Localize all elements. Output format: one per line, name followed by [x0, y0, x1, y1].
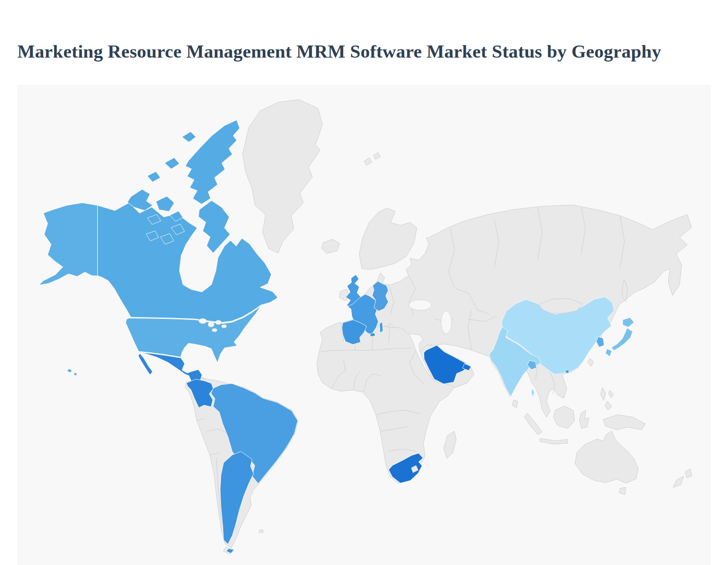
lake-huron: [215, 320, 221, 325]
country-andaman-islands[interactable]: [531, 388, 534, 397]
landmass-tasmania: [619, 487, 626, 495]
lake-superior: [199, 318, 207, 324]
country-canada[interactable]: [98, 203, 278, 322]
world-map-panel: [17, 85, 711, 565]
gray-landmasses: [185, 100, 692, 554]
landmass-greenland: [243, 100, 322, 253]
landmass-borneo: [553, 406, 575, 429]
landmass-australia: [575, 431, 638, 483]
landmass-falklands: [259, 529, 263, 533]
landmass-scandinavia: [359, 208, 417, 270]
lake-ontario: [221, 325, 227, 328]
country-mexico[interactable]: [138, 352, 202, 383]
landmass-taiwan: [588, 358, 594, 367]
caspian-sea: [441, 311, 452, 334]
landmass-iceland: [322, 239, 340, 253]
country-balearic-islands[interactable]: [370, 333, 375, 337]
landmass-madagascar: [444, 431, 456, 458]
world-map: [17, 85, 711, 565]
landmass-philippines: [601, 387, 614, 410]
country-corsica[interactable]: [380, 322, 383, 333]
country-usa-alaska[interactable]: [39, 203, 98, 285]
lake-erie: [212, 328, 217, 332]
landmass-new-zealand: [673, 469, 692, 487]
page-title: Marketing Resource Management MRM Softwa…: [17, 40, 693, 63]
lake-michigan: [208, 322, 214, 327]
landmass-sumatra: [524, 413, 542, 435]
landmass-sulawesi: [579, 410, 589, 429]
country-hawaii[interactable]: [67, 369, 77, 376]
page: Marketing Resource Management MRM Softwa…: [0, 0, 728, 565]
landmass-svalbard: [364, 153, 380, 166]
landmass-sri-lanka: [512, 400, 518, 408]
landmass-new-guinea: [603, 415, 645, 430]
black-sea: [409, 300, 432, 310]
landmass-java: [540, 438, 568, 444]
